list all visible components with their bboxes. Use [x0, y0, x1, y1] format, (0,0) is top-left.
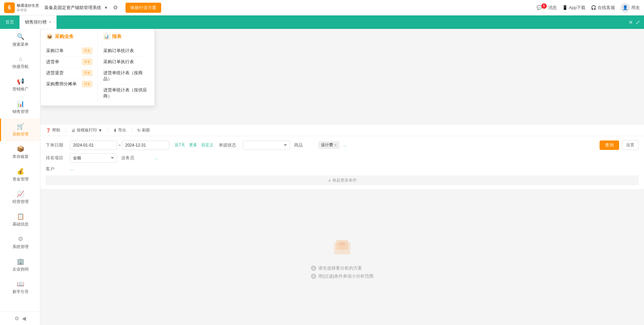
sidebar: 🔍 搜索菜单 ⌂ 快捷导航 📢 营销推广 📊 销售管理 🛒 采购管理 📦 库存核…	[0, 29, 40, 325]
sidebar-item-marketing[interactable]: 📢 营销推广	[0, 74, 40, 96]
goods-more-btn[interactable]: ...	[344, 143, 347, 148]
help-btn[interactable]: ❓ 帮助	[46, 127, 60, 133]
filter-actions: 查询 设置	[600, 140, 639, 150]
tab-home-label: 首页	[5, 19, 14, 25]
salesman-more-btn[interactable]: ...	[155, 156, 158, 160]
message-btn[interactable]: 💬 6 消息	[537, 5, 557, 11]
tab-close-btn[interactable]: ×	[49, 20, 51, 25]
logo-text: 畅通道好生意 标准版	[17, 3, 39, 12]
app-download-label: App下载	[569, 5, 585, 11]
purchase-dropdown-menu: 📦 采购业务 采购订单 历史 进货单 历史 进货退货 历史	[40, 29, 155, 106]
goods-stat-by-supplier-item[interactable]: 进货单统计表（按供应商）	[103, 85, 149, 101]
collapse-chevron: ∧	[328, 178, 331, 183]
sidebar-label-quick-nav: 快捷导航	[12, 64, 29, 70]
shortcut-custom[interactable]: 自定义	[200, 141, 215, 149]
query-btn[interactable]: 查询	[600, 140, 619, 150]
print-btn[interactable]: 🖨 按模板打印 ▼	[71, 127, 102, 133]
message-label: 消息	[548, 5, 557, 11]
goods-receipt-item[interactable]: 进货单 历史	[46, 56, 92, 68]
sidebar-item-base-info[interactable]: 📋 基础信息	[0, 209, 40, 231]
export-label: 导出	[118, 127, 126, 133]
goods-tag-text: 设计费	[321, 142, 333, 148]
system-dropdown-btn[interactable]: ▼	[104, 5, 108, 10]
tab-close-all-btn[interactable]: ✕	[629, 19, 633, 26]
date-end-input[interactable]	[122, 140, 169, 150]
sidebar-item-system[interactable]: ⚙ 系统管理	[0, 231, 40, 254]
report-col-title-text: 报表	[112, 34, 121, 40]
sidebar-item-search[interactable]: 🔍 搜索菜单	[0, 29, 40, 51]
sidebar-item-quick-nav[interactable]: ⌂ 快捷导航	[0, 51, 40, 74]
goods-tag-remove[interactable]: ×	[334, 143, 337, 148]
po-stat-item[interactable]: 采购订单统计表	[103, 45, 149, 56]
customer-more-btn[interactable]: ...	[70, 167, 73, 171]
sidebar-label-enterprise: 企业协同	[12, 267, 29, 272]
header-right: 💬 6 消息 📱 App下载 🎧 在线客服 👤 用友	[537, 3, 640, 12]
empty-illustration	[329, 234, 356, 261]
filter-settings-btn[interactable]: 设置	[622, 140, 639, 150]
toolbar-divider-2	[108, 128, 108, 133]
document-status-select[interactable]	[243, 140, 290, 150]
goods-return-label: 进货退货	[46, 70, 64, 76]
tab-bar-end: ✕ ⤢	[629, 19, 644, 26]
sidebar-label-operations: 经营管理	[12, 199, 29, 205]
salesman-tag	[145, 157, 151, 159]
tab-sales-rank[interactable]: 销售排行榜 ×	[20, 15, 57, 29]
print-label: 按模板打印	[77, 127, 97, 133]
report-col-title: 📊 报表	[103, 33, 149, 42]
sidebar-label-system: 系统管理	[12, 244, 29, 250]
collapse-bar[interactable]: ∧ 收起更多条件	[46, 175, 639, 185]
user-label: 用友	[631, 5, 640, 11]
sidebar-item-sales[interactable]: 📊 销售管理	[0, 96, 40, 119]
tab-expand-btn[interactable]: ⤢	[636, 19, 640, 26]
user-btn[interactable]: 👤 用友	[620, 3, 640, 12]
industry-btn[interactable]: 体验行业方案	[126, 3, 161, 13]
guide-icon: 📖	[17, 280, 24, 288]
po-exec-item[interactable]: 采购订单执行表	[103, 56, 149, 68]
toolbar-divider-1	[66, 128, 66, 133]
sidebar-label-purchase: 采购管理	[12, 131, 29, 137]
tab-home[interactable]: 首页	[0, 15, 20, 29]
sidebar-item-purchase[interactable]: 🛒 采购管理	[0, 119, 40, 141]
sidebar-item-operations[interactable]: 📈 经营管理	[0, 186, 40, 209]
help-label: 帮助	[52, 127, 60, 133]
sidebar-settings-btn[interactable]: ⚙	[14, 315, 19, 322]
export-btn[interactable]: ⬇ 导出	[113, 127, 126, 133]
date-start-input[interactable]	[70, 140, 117, 150]
sidebar-item-enterprise[interactable]: 🏢 企业协同	[0, 254, 40, 276]
sidebar-collapse-btn[interactable]: ◀	[22, 315, 26, 322]
dropdown-col-purchase: 📦 采购业务 采购订单 历史 进货单 历史 进货退货 历史	[41, 33, 98, 101]
goods-return-item[interactable]: 进货退货 历史	[46, 68, 92, 79]
purchase-order-item[interactable]: 采购订单 历史	[46, 45, 92, 56]
filter-row-3: 客户 ...	[46, 166, 639, 172]
tab-bar: 首页 销售排行榜 × ✕ ⤢	[0, 15, 644, 29]
date-range: ~	[70, 140, 169, 150]
goods-stat-by-goods-item[interactable]: 进货单统计表（按商品）	[103, 68, 149, 85]
purchase-expense-item[interactable]: 采购费用分摊单 历史	[46, 79, 92, 89]
app-download-btn[interactable]: 📱 App下载	[562, 5, 585, 11]
sidebar-label-base-info: 基础信息	[12, 221, 29, 227]
refresh-label: 刷新	[142, 127, 150, 133]
toolbar-divider-3	[132, 128, 132, 133]
sidebar-item-guide[interactable]: 📖 新手引导	[0, 276, 40, 299]
document-status-label: 单据状态	[219, 142, 239, 148]
app-name: 畅通道好生意	[17, 3, 39, 8]
sidebar-label-guide: 新手引导	[12, 289, 29, 295]
goods-stat-by-supplier-label: 进货单统计表（按供应商）	[103, 87, 149, 99]
header-settings-btn[interactable]: ⚙	[111, 3, 120, 12]
rank-select[interactable]: 金额	[70, 153, 117, 163]
shortcut-7days[interactable]: 近7天	[173, 141, 186, 149]
shortcut-more[interactable]: 更多	[188, 141, 199, 149]
date-separator: ~	[118, 143, 121, 148]
online-service-btn[interactable]: 🎧 在线客服	[591, 5, 615, 11]
sidebar-item-finance[interactable]: 💰 资金管理	[0, 164, 40, 186]
empty-state: ① 请先选择要分析的方案 ② 用[过滤]条件来缩小分析范围	[40, 190, 644, 324]
empty-tip-1: ① 请先选择要分析的方案	[311, 265, 373, 271]
logo-area: 6 畅通道好生意 标准版	[4, 2, 44, 13]
goods-tag: 设计费 ×	[318, 141, 339, 149]
purchase-order-label: 采购订单	[46, 48, 64, 54]
po-exec-label: 采购订单执行表	[103, 59, 134, 65]
export-icon: ⬇	[113, 128, 117, 133]
purchase-col-icon: 📦	[46, 33, 53, 40]
refresh-btn[interactable]: ↻ 刷新	[137, 127, 150, 133]
sidebar-item-inventory[interactable]: 📦 库存核算	[0, 141, 40, 164]
